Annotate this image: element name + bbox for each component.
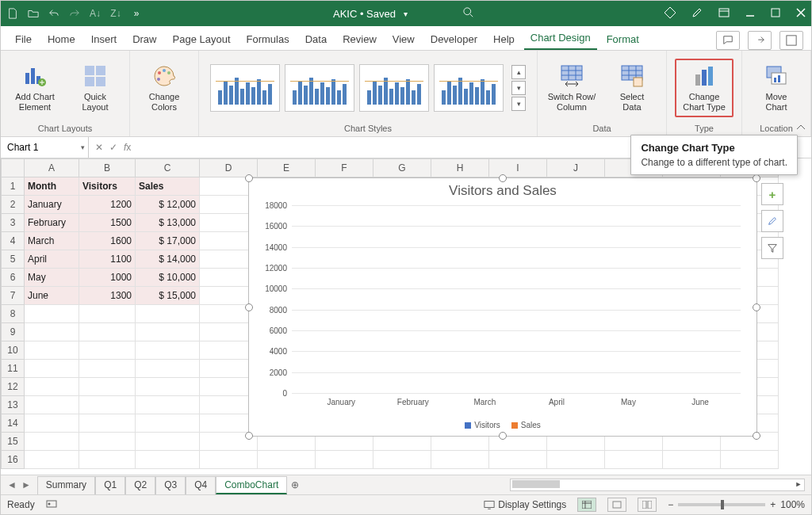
cell[interactable]: $ 15,000 bbox=[136, 287, 200, 305]
cell[interactable] bbox=[79, 451, 136, 469]
cell[interactable]: 1500 bbox=[79, 214, 136, 232]
chart-elements-icon[interactable]: + bbox=[761, 183, 783, 205]
move-chart-button[interactable]: Move Chart bbox=[750, 62, 802, 114]
change-colors-button[interactable]: Change Colors bbox=[138, 62, 190, 114]
name-box-input[interactable] bbox=[6, 141, 64, 154]
page-layout-view-icon[interactable] bbox=[607, 498, 626, 512]
sheet-tab-summary[interactable]: Summary bbox=[37, 476, 95, 494]
chart-style-thumb[interactable] bbox=[285, 64, 354, 112]
resize-handle[interactable] bbox=[245, 174, 253, 182]
cell[interactable] bbox=[721, 451, 779, 469]
macro-record-icon[interactable] bbox=[46, 498, 57, 512]
cell[interactable]: February bbox=[25, 214, 79, 232]
cell[interactable]: April bbox=[25, 250, 79, 269]
open-icon[interactable] bbox=[26, 6, 40, 21]
cell[interactable] bbox=[25, 414, 79, 433]
diamond-icon[interactable] bbox=[664, 6, 676, 21]
cell[interactable]: January bbox=[25, 196, 79, 214]
cell[interactable]: May bbox=[25, 269, 79, 287]
select-data-button[interactable]: Select Data bbox=[606, 62, 658, 114]
chart-style-thumb[interactable] bbox=[434, 64, 504, 112]
chart-style-thumb[interactable] bbox=[359, 64, 429, 112]
cell[interactable] bbox=[25, 360, 79, 378]
cell[interactable] bbox=[136, 341, 200, 360]
collapse-ribbon-icon[interactable] bbox=[795, 122, 806, 133]
close-icon[interactable] bbox=[795, 7, 806, 21]
worksheet-grid[interactable]: ABCDEFGHIJKLM1MonthVisitorsSales2January… bbox=[1, 158, 811, 475]
tab-home[interactable]: Home bbox=[41, 29, 82, 50]
cell[interactable]: 1600 bbox=[79, 232, 136, 250]
maximize-icon[interactable] bbox=[770, 7, 781, 21]
sheet-nav-prev-icon[interactable]: ◄ bbox=[7, 479, 17, 490]
cell[interactable]: $ 12,000 bbox=[136, 196, 200, 214]
resize-handle[interactable] bbox=[753, 432, 760, 440]
sheet-nav-next-icon[interactable]: ► bbox=[21, 479, 31, 490]
cell[interactable] bbox=[25, 451, 79, 469]
cell[interactable] bbox=[79, 378, 136, 396]
comments-button[interactable] bbox=[716, 31, 740, 50]
chart-legend[interactable]: VisitorsSales bbox=[249, 421, 756, 429]
cell[interactable] bbox=[79, 396, 136, 414]
display-settings-button[interactable]: Display Settings bbox=[484, 499, 566, 510]
cell[interactable]: $ 14,000 bbox=[136, 250, 200, 269]
cell[interactable]: $ 13,000 bbox=[136, 214, 200, 232]
zoom-out-icon[interactable]: − bbox=[668, 499, 673, 510]
scrollbar-thumb[interactable] bbox=[512, 480, 560, 488]
resize-handle[interactable] bbox=[499, 432, 507, 440]
sort-asc-icon[interactable]: A↓ bbox=[88, 6, 102, 21]
chart-styles-gallery[interactable] bbox=[210, 64, 504, 112]
cell[interactable] bbox=[136, 305, 200, 323]
horizontal-scrollbar[interactable]: ◄ ► bbox=[510, 479, 805, 491]
ribbon-display-icon[interactable] bbox=[718, 6, 730, 21]
chart-style-thumb[interactable] bbox=[210, 64, 280, 112]
cell[interactable]: Month bbox=[25, 177, 79, 196]
change-chart-type-button[interactable]: Change Chart Type bbox=[675, 59, 733, 117]
embedded-chart[interactable]: + Visitors and Sales 0200040006000800010… bbox=[248, 177, 757, 437]
fx-icon[interactable]: fx bbox=[124, 142, 131, 153]
page-break-view-icon[interactable] bbox=[638, 498, 657, 512]
sort-desc-icon[interactable]: Z↓ bbox=[109, 6, 123, 21]
brush-icon[interactable] bbox=[691, 6, 703, 21]
zoom-in-icon[interactable]: + bbox=[770, 499, 776, 510]
cell[interactable] bbox=[136, 396, 200, 414]
cell[interactable] bbox=[136, 414, 200, 433]
cell[interactable] bbox=[25, 341, 79, 360]
name-box[interactable]: ▾ bbox=[1, 137, 89, 158]
cell[interactable] bbox=[547, 451, 605, 469]
gallery-more-icon[interactable]: ▾ bbox=[511, 97, 526, 111]
sheet-tab-q1[interactable]: Q1 bbox=[95, 476, 125, 494]
resize-handle[interactable] bbox=[245, 432, 253, 440]
cell[interactable]: 1100 bbox=[79, 250, 136, 269]
tab-page-layout[interactable]: Page Layout bbox=[167, 29, 237, 50]
cell[interactable]: 1200 bbox=[79, 196, 136, 214]
cell[interactable] bbox=[25, 396, 79, 414]
cell[interactable] bbox=[136, 451, 200, 469]
cell[interactable]: June bbox=[25, 287, 79, 305]
cell[interactable] bbox=[79, 414, 136, 433]
cell[interactable] bbox=[663, 451, 721, 469]
cell[interactable] bbox=[25, 378, 79, 396]
cell[interactable] bbox=[25, 323, 79, 341]
cell[interactable] bbox=[79, 433, 136, 451]
tab-file[interactable]: File bbox=[9, 29, 38, 50]
tab-data[interactable]: Data bbox=[299, 29, 333, 50]
legend-item[interactable]: Sales bbox=[511, 421, 541, 429]
tab-view[interactable]: View bbox=[386, 29, 421, 50]
cell[interactable] bbox=[136, 433, 200, 451]
zoom-level[interactable]: 100% bbox=[780, 499, 805, 510]
legend-item[interactable]: Visitors bbox=[465, 421, 500, 429]
cell[interactable]: March bbox=[25, 232, 79, 250]
fx-confirm-icon[interactable]: ✓ bbox=[109, 142, 117, 153]
cell[interactable] bbox=[79, 305, 136, 323]
chart-styles-icon[interactable] bbox=[761, 210, 783, 232]
gallery-up-icon[interactable]: ▴ bbox=[511, 65, 526, 79]
scroll-right-icon[interactable]: ► bbox=[793, 479, 804, 489]
resize-handle[interactable] bbox=[753, 174, 760, 182]
qat-more-icon[interactable]: » bbox=[129, 6, 144, 21]
cell[interactable] bbox=[605, 451, 663, 469]
tab-chart-design[interactable]: Chart Design bbox=[524, 27, 597, 50]
tab-format[interactable]: Format bbox=[600, 29, 645, 50]
cell[interactable] bbox=[79, 323, 136, 341]
cell[interactable] bbox=[431, 451, 489, 469]
normal-view-icon[interactable] bbox=[577, 498, 596, 512]
